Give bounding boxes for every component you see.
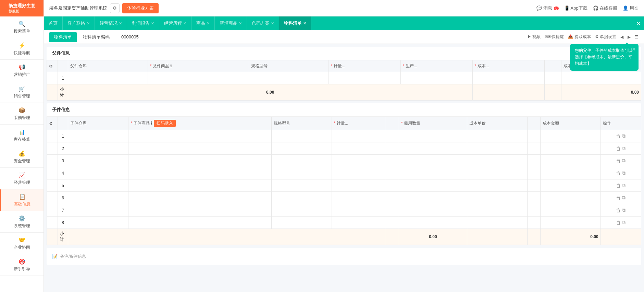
close-tab-2[interactable]: ✕ xyxy=(119,21,122,26)
child-row-unitcost-7[interactable] xyxy=(467,217,528,229)
nav-tab-7[interactable]: 条码方案✕ xyxy=(247,16,279,30)
copy-row-btn-7[interactable]: ⧉ xyxy=(622,220,626,225)
sidebar-item-4[interactable]: 📦采购管理 xyxy=(0,103,44,125)
child-row-unit-2[interactable] xyxy=(332,155,386,167)
child-row-warehouse-1[interactable] xyxy=(68,142,128,155)
try-button[interactable]: 体验行业方案 xyxy=(122,3,159,13)
child-row-product-7[interactable] xyxy=(128,217,272,229)
child-row-qty-5[interactable] xyxy=(399,192,467,204)
child-row-qty-0[interactable] xyxy=(399,130,467,142)
child-row-unitcost-6[interactable] xyxy=(467,204,528,217)
child-row-unit-1[interactable] xyxy=(332,142,386,155)
online-service-btn[interactable]: 🎧 在线客服 xyxy=(593,5,618,11)
app-download-btn[interactable]: 📱 App下载 xyxy=(564,5,587,11)
close-tab-6[interactable]: ✕ xyxy=(239,21,242,26)
delete-row-btn-6[interactable]: 🗑 xyxy=(616,208,621,213)
child-row-qty-2[interactable] xyxy=(399,155,467,167)
delete-row-btn-5[interactable]: 🗑 xyxy=(616,195,621,201)
sidebar-item-7[interactable]: 📈经营管理 xyxy=(0,168,44,189)
child-row-unit-3[interactable] xyxy=(332,167,386,179)
tab-bill-of-materials[interactable]: 物料清单 xyxy=(49,32,77,42)
close-tab-1[interactable]: ✕ xyxy=(87,21,90,26)
child-row-spec-1[interactable] xyxy=(271,142,332,155)
child-row-unit-7[interactable] xyxy=(332,217,386,229)
child-row-warehouse-6[interactable] xyxy=(68,204,128,217)
parent-row-spec[interactable] xyxy=(249,72,329,84)
shortcut-btn[interactable]: ⌨ 快捷键 xyxy=(545,34,564,40)
child-row-product-4[interactable] xyxy=(128,179,272,192)
child-row-product-0[interactable] xyxy=(128,130,272,142)
child-row-qty-1[interactable] xyxy=(399,142,467,155)
delete-row-btn-1[interactable]: 🗑 xyxy=(616,146,621,151)
sidebar-item-5[interactable]: 📊库存核算 xyxy=(0,125,44,146)
child-row-warehouse-7[interactable] xyxy=(68,217,128,229)
nav-tab-0[interactable]: 首页 xyxy=(44,16,63,30)
child-row-spec-6[interactable] xyxy=(271,204,332,217)
nav-tab-4[interactable]: 经营历程✕ xyxy=(159,16,191,30)
copy-row-btn-1[interactable]: ⧉ xyxy=(622,145,626,151)
close-tab-8[interactable]: ✕ xyxy=(303,21,306,26)
child-row-product-2[interactable] xyxy=(128,155,272,167)
sidebar-item-2[interactable]: 📢营销推广 xyxy=(0,60,44,81)
child-row-warehouse-3[interactable] xyxy=(68,167,128,179)
child-row-unitcost-5[interactable] xyxy=(467,192,528,204)
nav-tab-5[interactable]: 商品✕ xyxy=(191,16,215,30)
close-tab-5[interactable]: ✕ xyxy=(207,21,210,26)
receipt-settings-btn[interactable]: ⚙ 单据设置 xyxy=(595,34,616,40)
delete-row-btn-0[interactable]: 🗑 xyxy=(616,133,621,139)
scan-input-btn[interactable]: 扫码录入 xyxy=(154,120,176,127)
child-row-product-6[interactable] xyxy=(128,204,272,217)
parent-row-unit[interactable] xyxy=(329,72,400,84)
child-row-spec-5[interactable] xyxy=(271,192,332,204)
child-row-product-1[interactable] xyxy=(128,142,272,155)
close-all-tabs[interactable]: ✕ xyxy=(633,16,644,30)
child-row-product-3[interactable] xyxy=(128,167,272,179)
child-row-unitcost-3[interactable] xyxy=(467,167,528,179)
parent-row-product[interactable] xyxy=(148,72,249,84)
child-row-warehouse-5[interactable] xyxy=(68,192,128,204)
child-row-spec-3[interactable] xyxy=(271,167,332,179)
close-tab-4[interactable]: ✕ xyxy=(183,21,186,26)
child-row-unit-0[interactable] xyxy=(332,130,386,142)
delete-row-btn-2[interactable]: 🗑 xyxy=(616,158,621,164)
nav-tab-1[interactable]: 客户联络✕ xyxy=(63,16,95,30)
child-row-unit-4[interactable] xyxy=(332,179,386,192)
sidebar-item-1[interactable]: ⚡快捷导航 xyxy=(0,38,44,60)
delete-row-btn-7[interactable]: 🗑 xyxy=(616,220,621,225)
copy-row-btn-4[interactable]: ⧉ xyxy=(622,183,626,188)
nav-tab-8[interactable]: 物料清单✕ xyxy=(279,16,311,30)
nav-right-btn[interactable]: ▶ xyxy=(628,35,631,39)
list-view-btn[interactable]: ☰ xyxy=(635,35,639,39)
nav-tab-2[interactable]: 经营情况✕ xyxy=(95,16,127,30)
delete-row-btn-4[interactable]: 🗑 xyxy=(616,183,621,188)
parent-row-cost[interactable] xyxy=(472,72,544,84)
child-row-qty-7[interactable] xyxy=(399,217,467,229)
delete-row-btn-3[interactable]: 🗑 xyxy=(616,171,621,176)
copy-row-btn-6[interactable]: ⧉ xyxy=(622,207,626,213)
video-btn[interactable]: ▶ 视频 xyxy=(527,34,541,40)
child-row-unitcost-1[interactable] xyxy=(467,142,528,155)
sidebar-item-10[interactable]: 🤝企业协同 xyxy=(0,233,44,254)
tooltip-close-btn[interactable]: ✕ xyxy=(632,45,636,53)
copy-row-btn-3[interactable]: ⧉ xyxy=(622,170,626,176)
close-tab-3[interactable]: ✕ xyxy=(151,21,154,26)
child-row-warehouse-4[interactable] xyxy=(68,179,128,192)
gear-button[interactable]: ⚙ xyxy=(110,3,120,13)
child-row-unitcost-4[interactable] xyxy=(467,179,528,192)
child-row-spec-2[interactable] xyxy=(271,155,332,167)
child-row-product-5[interactable] xyxy=(128,192,272,204)
extract-cost-btn[interactable]: 📤 提取成本 xyxy=(568,34,591,40)
sidebar-item-8[interactable]: 📋基础信息 xyxy=(0,189,44,211)
child-row-qty-6[interactable] xyxy=(399,204,467,217)
tab-bill-code[interactable]: 物料清单编码 xyxy=(78,32,114,42)
child-row-qty-3[interactable] xyxy=(399,167,467,179)
sidebar-item-3[interactable]: 🛒销售管理 xyxy=(0,81,44,103)
nav-tab-6[interactable]: 新增商品✕ xyxy=(215,16,247,30)
child-row-warehouse-0[interactable] xyxy=(68,130,128,142)
copy-row-btn-5[interactable]: ⧉ xyxy=(622,195,626,201)
child-row-qty-4[interactable] xyxy=(399,179,467,192)
sidebar-item-0[interactable]: 🔍搜索菜单 xyxy=(0,16,44,38)
child-row-unitcost-2[interactable] xyxy=(467,155,528,167)
message-btn[interactable]: 💬 消息 6 xyxy=(536,5,559,11)
parent-row-warehouse[interactable] xyxy=(68,72,148,84)
